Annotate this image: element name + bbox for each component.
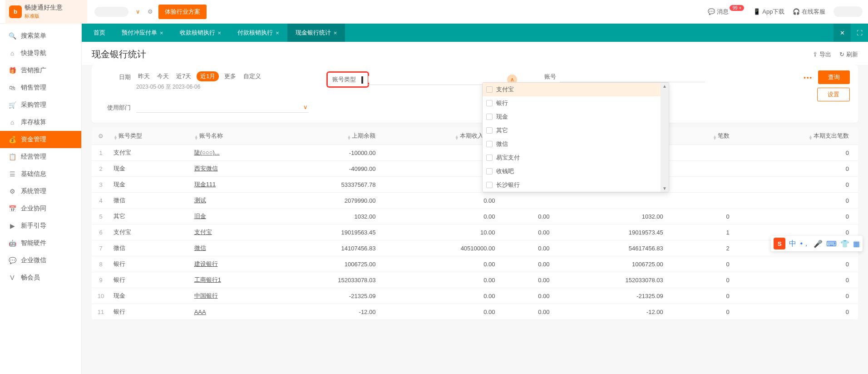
account-input[interactable] bbox=[560, 71, 705, 82]
column-header[interactable]: ▲▼账号名称 bbox=[191, 127, 271, 145]
dropdown-option[interactable]: 长沙银行 bbox=[483, 178, 661, 192]
close-tab-button[interactable]: ✕ bbox=[833, 24, 851, 42]
keyboard-icon[interactable]: ⌨ bbox=[826, 239, 837, 248]
tab-1[interactable]: 预付冲应付单× bbox=[113, 24, 172, 42]
column-header[interactable]: ▲▼账号类型 bbox=[110, 127, 191, 145]
sidebar-item-3[interactable]: 🛍销售管理 bbox=[0, 79, 81, 96]
company-selector[interactable] bbox=[94, 7, 128, 17]
dropdown-option[interactable]: 现金 bbox=[483, 110, 661, 124]
cell-account-name[interactable]: 微信 bbox=[191, 240, 271, 256]
sidebar-item-14[interactable]: V畅会员 bbox=[0, 269, 81, 286]
close-icon[interactable]: × bbox=[276, 30, 279, 36]
cell-account-name[interactable]: 现金111 bbox=[191, 177, 271, 193]
ime-punct-icon[interactable]: •， bbox=[800, 239, 810, 249]
checkbox[interactable] bbox=[486, 100, 493, 106]
expand-button[interactable]: ⛶ bbox=[851, 24, 868, 42]
sort-icon[interactable]: ▲▼ bbox=[113, 135, 118, 140]
settings-button[interactable]: 设置 bbox=[817, 88, 850, 101]
close-icon[interactable]: × bbox=[218, 30, 222, 36]
sidebar-item-1[interactable]: ⌂快捷导航 bbox=[0, 45, 81, 62]
sort-icon[interactable]: ▲▼ bbox=[194, 135, 198, 140]
date-option[interactable]: 自定义 bbox=[242, 71, 263, 81]
checkbox[interactable] bbox=[486, 141, 493, 147]
refresh-button[interactable]: ↻刷新 bbox=[839, 50, 858, 59]
dropdown-option[interactable]: 其它 bbox=[483, 124, 661, 137]
sort-icon[interactable]: ▲▼ bbox=[809, 135, 813, 140]
close-icon[interactable]: × bbox=[334, 30, 337, 36]
cell-account-name[interactable]: 测试 bbox=[191, 193, 271, 209]
date-option[interactable]: 今天 bbox=[155, 71, 171, 81]
column-header[interactable]: ▲▼笔数 bbox=[672, 127, 739, 145]
account-type-textbox[interactable] bbox=[368, 76, 503, 83]
ime-mode[interactable]: 中 bbox=[789, 239, 796, 249]
sidebar-item-2[interactable]: 🎁营销推广 bbox=[0, 62, 81, 79]
sidebar-item-8[interactable]: ☰基础信息 bbox=[0, 165, 81, 183]
sort-icon[interactable]: ▲▼ bbox=[455, 135, 459, 140]
column-header[interactable]: ▲▼本期支出笔数 bbox=[739, 127, 858, 145]
cell-account-name[interactable]: 西安微信 bbox=[191, 161, 271, 177]
date-option[interactable]: 更多 bbox=[222, 71, 238, 81]
sidebar-item-13[interactable]: 💬企业微信 bbox=[0, 252, 81, 269]
toolbox-icon[interactable]: ▦ bbox=[853, 239, 860, 248]
account-textbox[interactable] bbox=[561, 73, 704, 80]
tab-3[interactable]: 付款核销执行× bbox=[229, 24, 287, 42]
user-avatar[interactable] bbox=[833, 6, 863, 17]
cell-account-name[interactable]: 陡(○○○)... bbox=[191, 145, 271, 161]
sort-icon[interactable]: ▲▼ bbox=[713, 135, 717, 140]
date-option[interactable]: 近7天 bbox=[174, 71, 193, 81]
gear-column[interactable]: ⚙ bbox=[92, 127, 110, 145]
export-button[interactable]: ⇪导出 bbox=[813, 50, 831, 59]
ime-toolbar[interactable]: S 中 •， 🎤 ⌨ 👕 ▦ bbox=[771, 236, 863, 251]
scroll-up-icon[interactable]: ▲ bbox=[662, 84, 667, 89]
checkbox[interactable] bbox=[486, 127, 493, 134]
sidebar-item-0[interactable]: 🔍搜索菜单 bbox=[0, 27, 81, 45]
scroll-down-icon[interactable]: ▼ bbox=[662, 186, 667, 191]
microphone-icon[interactable]: 🎤 bbox=[814, 239, 823, 248]
tab-4[interactable]: 现金银行统计× bbox=[287, 24, 345, 42]
settings-icon[interactable]: ⚙ bbox=[148, 8, 153, 15]
column-header[interactable]: ▲▼上期余额 bbox=[271, 127, 385, 145]
tab-2[interactable]: 收款核销执行× bbox=[172, 24, 230, 42]
brand-logo[interactable]: b 畅捷通好生意 标准版 bbox=[5, 0, 87, 24]
sidebar-item-10[interactable]: 📅企业协同 bbox=[0, 200, 81, 217]
dropdown-option[interactable]: 支付宝 bbox=[483, 83, 661, 96]
dept-select[interactable]: ∨ bbox=[136, 102, 309, 113]
cell-account-name[interactable]: 支付宝 bbox=[191, 224, 271, 240]
dropdown-option[interactable]: 银行 bbox=[483, 96, 661, 110]
date-option[interactable]: 昨天 bbox=[136, 71, 152, 81]
sidebar-item-4[interactable]: 🛒采购管理 bbox=[0, 96, 81, 114]
chevron-down-icon[interactable]: ∨ bbox=[136, 8, 140, 15]
checkbox[interactable] bbox=[486, 168, 493, 175]
close-icon[interactable]: × bbox=[160, 30, 163, 36]
sidebar-item-5[interactable]: ⌂库存核算 bbox=[0, 114, 81, 131]
cell-prev: 1032.00 bbox=[271, 209, 385, 224]
cell-account-name[interactable]: 中国银行 bbox=[191, 288, 271, 304]
sidebar-item-11[interactable]: ▶新手引导 bbox=[0, 217, 81, 234]
cell-account-name[interactable]: 旧金 bbox=[191, 209, 271, 224]
cell-account-name[interactable]: AAA bbox=[191, 304, 271, 320]
dropdown-option[interactable]: 收钱吧 bbox=[483, 165, 661, 178]
checkbox[interactable] bbox=[486, 155, 493, 161]
messages-button[interactable]: 💬 消息 99 + bbox=[708, 8, 745, 16]
checkbox[interactable] bbox=[486, 114, 493, 120]
more-filters-button[interactable]: ••• bbox=[804, 74, 813, 81]
cell-account-name[interactable]: 工商银行1 bbox=[191, 272, 271, 288]
support-button[interactable]: 🎧 在线客服 bbox=[793, 8, 825, 16]
skin-icon[interactable]: 👕 bbox=[840, 239, 849, 248]
sidebar-item-9[interactable]: ⚙系统管理 bbox=[0, 183, 81, 200]
industry-plan-button[interactable]: 体验行业方案 bbox=[158, 5, 207, 19]
sort-icon[interactable]: ▲▼ bbox=[347, 135, 351, 140]
sidebar-item-6[interactable]: 💰资金管理 bbox=[0, 131, 81, 148]
cell-account-name[interactable]: 建设银行 bbox=[191, 256, 271, 272]
query-button[interactable]: 查询 bbox=[818, 70, 850, 84]
dropdown-option[interactable]: 微信 bbox=[483, 137, 661, 151]
dropdown-option[interactable]: 易宝支付 bbox=[483, 151, 661, 165]
checkbox[interactable] bbox=[486, 182, 493, 188]
app-download-button[interactable]: 📱 App下载 bbox=[753, 8, 784, 16]
sidebar-item-12[interactable]: 🤖智能硬件 bbox=[0, 234, 81, 252]
sidebar-item-7[interactable]: 📋经营管理 bbox=[0, 148, 81, 165]
checkbox[interactable] bbox=[486, 86, 493, 93]
dropdown-scrollbar[interactable]: ▲ ▼ bbox=[661, 83, 669, 192]
tab-0[interactable]: 首页 bbox=[85, 24, 113, 42]
date-option[interactable]: 近1月 bbox=[197, 71, 219, 81]
